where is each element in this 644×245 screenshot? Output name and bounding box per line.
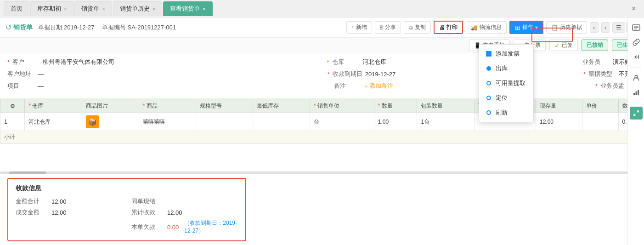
dropdown-locate[interactable]: 定位: [479, 91, 533, 105]
payment-required-icon: *: [328, 71, 330, 78]
tab-sales-label: 销货单: [81, 5, 99, 13]
dropdown-available-qty[interactable]: 可用量提取: [479, 76, 533, 91]
sidebar-icon-4[interactable]: [630, 71, 643, 84]
refresh-icon: [486, 109, 492, 116]
sidebar-expand-icon[interactable]: [630, 107, 643, 120]
ticket-type-label: 票据类型: [588, 70, 616, 78]
ticket-required-icon: *: [583, 71, 586, 78]
check-icon: ✓: [554, 42, 560, 49]
sidebar-icon-1[interactable]: [630, 21, 643, 34]
sidebar-sep: [631, 67, 642, 68]
payment-date-field: * 收款到期日 2019-12-27: [328, 70, 583, 78]
scrollbar-thumb[interactable]: [9, 171, 46, 174]
logistics-label: 物流信息: [480, 23, 502, 31]
note-label: 备注: [334, 82, 362, 90]
warehouse-value[interactable]: 河北仓库: [362, 58, 386, 66]
share-label: 分享: [385, 23, 396, 31]
tab-bar: 首页 库存期初 × 销货单 × 销货单历史 × 查看销货单 × ×: [0, 0, 644, 17]
square-icon: [486, 51, 491, 57]
tab-sales[interactable]: 销货单 ×: [74, 1, 112, 16]
plus-icon: +: [364, 83, 368, 90]
sidebar-sep2: [631, 103, 642, 103]
row-pack-qty-cell: 1台: [417, 113, 474, 131]
project-label: 项目: [7, 82, 35, 90]
tab-sales-close[interactable]: ×: [102, 6, 105, 11]
add-note-label: 添加备注: [369, 82, 393, 90]
payment-date-label: 收款到期日: [333, 70, 362, 78]
number-value: SA-20191227-001: [128, 24, 176, 31]
right-sidebar: [627, 17, 644, 245]
field-required-icon: *: [7, 59, 10, 66]
address-field: 客户地址 —: [7, 70, 328, 78]
prev-button[interactable]: ‹: [590, 22, 598, 33]
truck-icon: 🚚: [471, 24, 478, 31]
summary-deal-amount: 成交金额 12.00: [16, 208, 122, 217]
form-row-2: 客户地址 — * 收款到期日 2019-12-27 * 票据类型 不开票: [7, 70, 637, 78]
operations-button[interactable]: ⊞ 操作 ▾: [509, 21, 543, 34]
column-spec: 规格型号: [196, 99, 253, 113]
number-meta: 单据编号 SA-20191227-001: [102, 23, 176, 32]
history-icon: 📋: [551, 24, 558, 31]
tab-sales-history[interactable]: 销货单历史 ×: [113, 1, 162, 16]
ship-icon: [486, 65, 492, 72]
tab-home-label: 首页: [11, 5, 23, 13]
date-label: 单据日期: [38, 23, 62, 32]
date-meta: 单据日期 2019-12-27: [38, 23, 95, 32]
column-gear[interactable]: ⚙: [0, 99, 25, 113]
summary-grid: 金额合计 12.00 同单现结 — 成交金额 12.00 累计收款 12.00 …: [16, 197, 238, 235]
add-note-button[interactable]: + 添加备注: [364, 82, 393, 90]
tab-inventory-label: 库存期初: [37, 5, 61, 13]
logistics-button[interactable]: 🚚 物流信息: [466, 21, 507, 34]
sidebar-icon-2[interactable]: [630, 36, 643, 49]
print-button[interactable]: 🖨 打印: [434, 21, 463, 34]
row-unit-price-cell: [582, 113, 618, 131]
dropdown-add-invoice[interactable]: 添加发票: [479, 46, 533, 61]
available-qty-icon: [486, 80, 492, 86]
available-qty-label: 可用量提取: [496, 79, 525, 87]
horizontal-scrollbar[interactable]: [0, 171, 644, 174]
dropdown-ship[interactable]: 出库: [479, 61, 533, 76]
list-view-button[interactable]: ☰: [612, 22, 625, 33]
svg-rect-6: [635, 91, 637, 95]
table-row: 1 河北仓库 📦 嘻嘻嘻嘻 台 1.00 1台: [0, 113, 644, 131]
tab-view-sales-label: 查看销货单: [170, 5, 200, 13]
print-icon: 🖨: [439, 24, 445, 31]
new-button[interactable]: + 新增: [346, 21, 372, 34]
tab-sales-history-close[interactable]: ×: [153, 6, 155, 11]
tab-view-sales-close[interactable]: ×: [203, 6, 205, 11]
sidebar-icon-5[interactable]: [630, 86, 643, 99]
operations-label: 操作: [522, 23, 533, 31]
check-label: 已复: [562, 41, 573, 49]
column-product: * 商品: [139, 99, 196, 113]
sidebar-icon-3[interactable]: [630, 51, 643, 63]
history-button[interactable]: 📋 历史单据: [546, 21, 587, 34]
summary-total-received: 累计收款 12.00: [131, 208, 238, 217]
next-button[interactable]: ›: [601, 22, 610, 33]
customer-field: * 客户 柳州粤港平安气体有限公司: [7, 58, 327, 66]
project-field: 项目 —: [7, 82, 334, 90]
column-image: 商品图片: [82, 99, 139, 113]
tab-inventory[interactable]: 库存期初 ×: [30, 1, 73, 16]
form-row-3: 项目 — 备注 + 添加备注 * 业务员盂 —: [7, 82, 637, 90]
copy-button[interactable]: ⧉ 复制: [404, 21, 431, 34]
column-current-stock: 现存量: [536, 99, 582, 113]
svg-rect-5: [633, 93, 635, 95]
row-unit-cell: 台: [310, 113, 374, 131]
warehouse-field: * 仓库 河北仓库: [327, 58, 582, 66]
column-unit: * 销售单位: [310, 99, 374, 113]
share-button[interactable]: ⎘ 分享: [375, 21, 401, 34]
dropdown-refresh[interactable]: 刷新: [479, 105, 533, 120]
tab-home[interactable]: 首页: [4, 1, 29, 16]
tab-inventory-close[interactable]: ×: [64, 6, 67, 11]
number-label: 单据编号: [102, 23, 126, 32]
gear-icon: ⚙: [10, 103, 15, 109]
summary-box: 收款信息 金额合计 12.00 同单现结 — 成交金额 12.00 累计收款 1…: [7, 178, 246, 241]
customer-value[interactable]: 柳州粤港平安气体有限公司: [43, 58, 114, 66]
check-button[interactable]: ✓ 已复: [549, 40, 578, 51]
column-pack-qty: 包装数量: [417, 99, 474, 113]
row-spec-cell: [196, 113, 253, 131]
window-close-button[interactable]: ×: [627, 2, 640, 15]
tab-view-sales[interactable]: 查看销货单 ×: [163, 1, 212, 16]
warehouse-required-icon: *: [327, 59, 329, 66]
column-quantity: * 数量: [374, 99, 417, 113]
